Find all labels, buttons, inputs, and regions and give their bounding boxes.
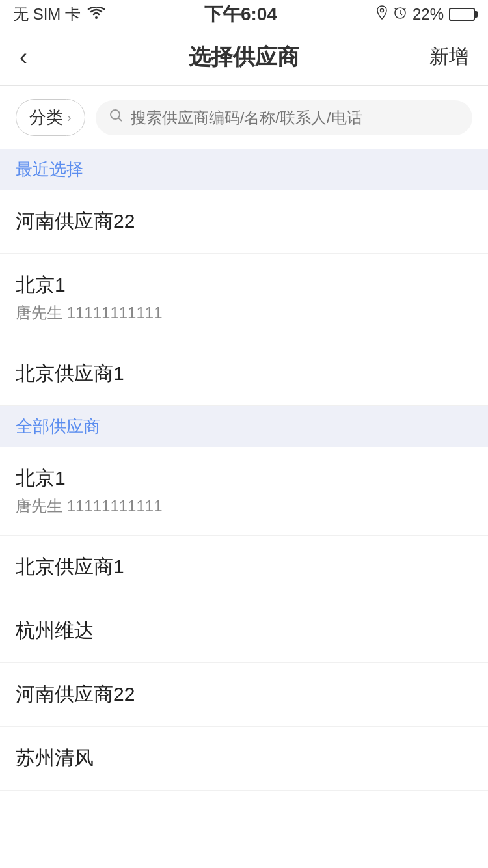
item-name: 苏州清风 bbox=[16, 745, 472, 772]
status-right: 22% bbox=[376, 5, 475, 23]
item-name: 河南供应商22 bbox=[16, 208, 472, 235]
all-items-list: 北京1 唐先生 11111111111 北京供应商1 杭州维达 河南供应商22 … bbox=[0, 447, 488, 791]
nav-bar: ‹ 选择供应商 新增 bbox=[0, 29, 488, 86]
item-name: 北京1 bbox=[16, 465, 472, 492]
battery-percentage: 22% bbox=[413, 5, 444, 23]
status-left: 无 SIM 卡 bbox=[13, 4, 105, 25]
search-icon bbox=[109, 108, 124, 128]
battery-icon bbox=[449, 8, 475, 21]
search-box[interactable] bbox=[96, 100, 472, 135]
list-item[interactable]: 北京1 唐先生 11111111111 bbox=[0, 254, 488, 342]
add-button[interactable]: 新增 bbox=[429, 44, 468, 70]
list-item[interactable]: 北京供应商1 bbox=[0, 536, 488, 599]
all-section-header: 全部供应商 bbox=[0, 406, 488, 447]
location-icon bbox=[376, 5, 388, 23]
status-bar: 无 SIM 卡 下午6:04 22% bbox=[0, 0, 488, 29]
recent-section-header: 最近选择 bbox=[0, 149, 488, 190]
item-name: 北京供应商1 bbox=[16, 360, 472, 387]
list-item[interactable]: 河南供应商22 bbox=[0, 663, 488, 727]
item-name: 杭州维达 bbox=[16, 617, 472, 644]
list-item[interactable]: 河南供应商22 bbox=[0, 190, 488, 254]
wifi-icon bbox=[87, 5, 105, 23]
no-sim-text: 无 SIM 卡 bbox=[13, 4, 81, 25]
svg-point-0 bbox=[95, 16, 98, 19]
item-name: 北京供应商1 bbox=[16, 554, 472, 580]
filter-bar: 分类 › bbox=[0, 86, 488, 149]
page-title: 选择供应商 bbox=[189, 42, 299, 72]
search-input[interactable] bbox=[131, 109, 459, 127]
category-label: 分类 bbox=[29, 106, 63, 129]
recent-section-label: 最近选择 bbox=[16, 159, 83, 179]
svg-point-1 bbox=[380, 9, 383, 12]
list-item[interactable]: 北京1 唐先生 11111111111 bbox=[0, 447, 488, 536]
category-filter[interactable]: 分类 › bbox=[16, 99, 85, 136]
item-contact: 唐先生 11111111111 bbox=[16, 303, 472, 323]
back-button[interactable]: ‹ bbox=[20, 44, 59, 71]
item-name: 河南供应商22 bbox=[16, 681, 472, 708]
all-section-label: 全部供应商 bbox=[16, 416, 100, 436]
status-time: 下午6:04 bbox=[204, 2, 277, 27]
list-item[interactable]: 苏州清风 bbox=[0, 727, 488, 791]
recent-items-list: 河南供应商22 北京1 唐先生 11111111111 北京供应商1 bbox=[0, 190, 488, 406]
alarm-icon bbox=[393, 5, 407, 23]
item-name: 北京1 bbox=[16, 272, 472, 299]
list-item[interactable]: 杭州维达 bbox=[0, 599, 488, 663]
item-contact: 唐先生 11111111111 bbox=[16, 496, 472, 517]
list-item[interactable]: 北京供应商1 bbox=[0, 342, 488, 406]
chevron-right-icon: › bbox=[67, 110, 72, 125]
